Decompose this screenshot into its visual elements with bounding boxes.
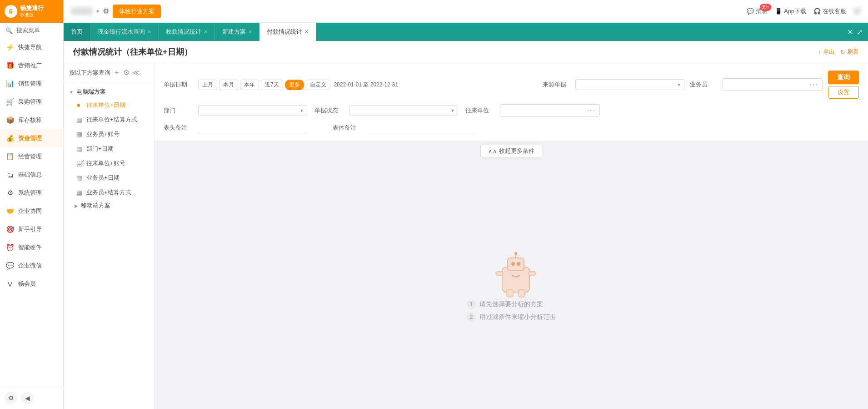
scheme-item-partner-date[interactable]: ● 往来单位+日期 bbox=[64, 98, 154, 112]
sidebar-item-enterprise[interactable]: 🤝 企业协同 bbox=[0, 202, 63, 220]
sidebar-item-hardware[interactable]: ⏰ 智能硬件 bbox=[0, 238, 63, 257]
sidebar-item-system[interactable]: ⚙ 系统管理 bbox=[0, 184, 63, 202]
filter-settings-button[interactable]: 设置 bbox=[828, 86, 859, 99]
partner-filter-label: 往来单位 bbox=[465, 106, 493, 115]
sidebar-item-quicknav[interactable]: ⚡ 快捷导航 bbox=[0, 38, 63, 56]
quicknav-icon: ⚡ bbox=[5, 43, 15, 52]
desktop-group-label: 电脑端方案 bbox=[76, 88, 106, 96]
dept-select-arrow-icon: ▾ bbox=[300, 107, 303, 114]
system-icon: ⚙ bbox=[5, 188, 15, 197]
date-btn-7days[interactable]: 近7天 bbox=[261, 80, 283, 90]
topbar-gear-icon[interactable]: ⚙ bbox=[103, 7, 109, 15]
sidebar-item-purchase[interactable]: 🛒 采购管理 bbox=[0, 93, 63, 111]
sidebar-item-marketing[interactable]: 🎁 营销推广 bbox=[0, 56, 63, 75]
sidebar-item-inventory-label: 库存核算 bbox=[18, 116, 42, 124]
tab-cashflow[interactable]: 现金银行流水查询 × bbox=[90, 23, 159, 41]
sidebar-item-sales[interactable]: 📊 销售管理 bbox=[0, 75, 63, 93]
tab-payments-close[interactable]: × bbox=[305, 29, 308, 35]
scheme-item-salesperson-settle[interactable]: ▦ 业务员+结算方式 bbox=[64, 185, 154, 200]
scheme-active-icon: ● bbox=[76, 101, 84, 109]
scheme-item-partner-settle[interactable]: ▦ 往来单位+结算方式 bbox=[64, 112, 154, 127]
sidebar-item-basicinfo[interactable]: 🗂 基础信息 bbox=[0, 166, 63, 184]
export-label: 导出 bbox=[823, 48, 835, 56]
dept-filter-label: 部门 bbox=[164, 106, 191, 115]
desktop-scheme-group: ▼ 电脑端方案 ● 往来单位+日期 ▦ 往来单位+结算方式 ▦ 业务员+账号 bbox=[64, 82, 154, 215]
tab-newscheme[interactable]: 新建方案 × bbox=[215, 23, 259, 41]
date-btn-more[interactable]: 更多 bbox=[285, 80, 304, 90]
date-btn-lastmonth[interactable]: 上月 bbox=[198, 80, 217, 90]
app-download-button[interactable]: 📱 App下载 bbox=[775, 7, 806, 15]
settings-button[interactable]: ⚙ bbox=[5, 392, 17, 404]
online-service-button[interactable]: 🎧 在线客服 bbox=[813, 7, 846, 15]
query-button[interactable]: 查询 bbox=[828, 71, 859, 84]
scheme-item-partner-date-label: 往来单位+日期 bbox=[86, 101, 125, 109]
collapse-sidebar-button[interactable]: ◀ bbox=[21, 392, 34, 404]
mobile-group-arrow-icon: ▶ bbox=[75, 203, 78, 208]
sidebar-item-basicinfo-label: 基础信息 bbox=[18, 171, 42, 179]
scheme-settings-icon[interactable]: ⚙ bbox=[123, 68, 130, 77]
search-icon: 🔍 bbox=[5, 27, 13, 34]
empty-hint: 1 请先选择要分析的方案 2 用过滤条件来缩小分析范围 bbox=[467, 249, 556, 322]
sidebar-item-enterprise-label: 企业协同 bbox=[18, 207, 42, 215]
search-menu[interactable]: 🔍 搜索菜单 bbox=[0, 23, 63, 38]
note1-input[interactable] bbox=[198, 122, 307, 133]
salesperson-select[interactable]: ··· bbox=[723, 78, 823, 91]
inventory-icon: 📦 bbox=[5, 116, 15, 125]
scheme-panel-title: 按以下方案查询 bbox=[69, 69, 110, 77]
username-display[interactable]: Rit bbox=[853, 8, 861, 15]
scheme-collapse-icon[interactable]: ≪ bbox=[132, 68, 140, 77]
filter-panel: 单据日期 上月 本月 本年 近7天 更多 自定义 2022-01-01 至 20… bbox=[155, 63, 868, 141]
expand-tab-icon[interactable]: ⤢ bbox=[857, 28, 863, 36]
sidebar-item-guide-label: 新手引导 bbox=[18, 225, 42, 233]
sidebar-item-operations[interactable]: 📋 经营管理 bbox=[0, 147, 63, 166]
status-select[interactable]: ▾ bbox=[349, 105, 458, 116]
date-btn-thisyear[interactable]: 本年 bbox=[240, 80, 259, 90]
date-btn-custom[interactable]: 自定义 bbox=[306, 80, 330, 90]
filter-scheme-area: 按以下方案查询 ＋ ⚙ ≪ ▼ 电脑端方案 ● 往来单位+日期 ▦ bbox=[64, 63, 868, 409]
desktop-group-title[interactable]: ▼ 电脑端方案 bbox=[64, 86, 154, 98]
note2-input[interactable] bbox=[367, 122, 476, 133]
sidebar-item-finance[interactable]: 💰 资金管理 bbox=[0, 129, 63, 147]
hint-text-1: 请先选择要分析的方案 bbox=[479, 300, 543, 308]
mobile-group-title[interactable]: ▶ 移动端方案 bbox=[69, 200, 154, 212]
right-panel: 单据日期 上月 本月 本年 近7天 更多 自定义 2022-01-01 至 20… bbox=[155, 63, 868, 409]
message-badge: 99+ bbox=[760, 4, 771, 11]
trial-button[interactable]: 体验行业方案 bbox=[113, 5, 161, 18]
tab-receipts[interactable]: 收款情况统计 × bbox=[159, 23, 215, 41]
message-button[interactable]: 💬 消息 99+ bbox=[747, 7, 768, 15]
collapse-conditions-button[interactable]: ∧∧ 收起更多条件 bbox=[480, 145, 542, 157]
sidebar-item-guide[interactable]: 🎯 新手引导 bbox=[0, 220, 63, 238]
sidebar-item-vip[interactable]: V 畅会员 bbox=[0, 275, 63, 293]
scheme-item-salesperson-date[interactable]: ▦ 业务员+日期 bbox=[64, 171, 154, 185]
partner-select[interactable]: ··· bbox=[500, 104, 600, 117]
close-all-tabs-icon[interactable]: ✕ bbox=[847, 28, 853, 36]
salesperson-dots-icon[interactable]: ··· bbox=[810, 81, 818, 89]
scheme-item-salesperson-account-label: 业务员+账号 bbox=[86, 130, 120, 138]
dept-select[interactable]: ▾ bbox=[198, 105, 307, 116]
salesperson-filter-label: 业务员 bbox=[690, 81, 717, 89]
refresh-button[interactable]: ↻ 刷新 bbox=[840, 48, 859, 56]
scheme-item-dept-date[interactable]: ▦ 部门+日期 bbox=[64, 141, 154, 156]
export-button[interactable]: ↑ 导出 bbox=[818, 48, 835, 56]
date-range-display: 2022-01-01 至 2022-12-31 bbox=[334, 81, 398, 89]
tab-cashflow-close[interactable]: × bbox=[148, 29, 151, 35]
topbar-right: 💬 消息 99+ 📱 App下载 🎧 在线客服 Rit bbox=[747, 7, 861, 15]
sidebar-item-quicknav-label: 快捷导航 bbox=[18, 43, 42, 51]
sidebar-item-inventory[interactable]: 📦 库存核算 bbox=[0, 111, 63, 129]
tab-receipts-close[interactable]: × bbox=[204, 29, 207, 35]
scheme-item-salesperson-account[interactable]: ▦ 业务员+账号 bbox=[64, 127, 154, 141]
wechat-icon: 💬 bbox=[5, 261, 15, 270]
topbar-chevron-icon[interactable]: ▾ bbox=[96, 8, 99, 15]
date-btn-thismonth[interactable]: 本月 bbox=[219, 80, 238, 90]
scheme-item-partner-account[interactable]: 📈 往来单位+账号 bbox=[64, 156, 154, 171]
scheme-table-icon: ▦ bbox=[76, 116, 84, 123]
tab-payments[interactable]: 付款情况统计 × bbox=[259, 23, 316, 41]
add-scheme-icon[interactable]: ＋ bbox=[113, 68, 120, 77]
sidebar-item-wechat[interactable]: 💬 企业微信 bbox=[0, 257, 63, 275]
tab-home[interactable]: 首页 bbox=[64, 23, 90, 41]
app-label: App下载 bbox=[784, 7, 806, 15]
source-select[interactable]: ▾ bbox=[575, 79, 684, 90]
tab-newscheme-close[interactable]: × bbox=[249, 29, 252, 35]
svg-rect-9 bbox=[519, 290, 525, 297]
partner-dots-icon[interactable]: ··· bbox=[587, 106, 596, 115]
